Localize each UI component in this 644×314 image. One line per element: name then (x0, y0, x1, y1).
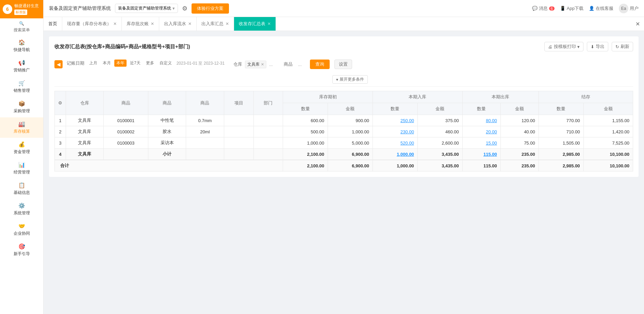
remove-warehouse-icon[interactable]: ✕ (261, 62, 264, 67)
user-label: 用户 (630, 5, 639, 12)
sidebar-item-guide[interactable]: 🎯 新手引导 (0, 240, 43, 260)
row-name: 中性笔 (148, 115, 186, 126)
col-out-header: 本期出库 (462, 91, 539, 103)
logo-icon: 6 (3, 4, 12, 14)
close-icon[interactable]: ✕ (151, 21, 154, 26)
app-title: 装备及固定资产辅助管理系统 (49, 5, 111, 12)
product-filter-label: 商品 (284, 61, 293, 67)
row-in-qty[interactable]: 1,000.00 (373, 149, 417, 160)
col-settings[interactable]: ⚙ (55, 91, 66, 115)
sidebar-item-inventory[interactable]: 🏭 库存核算 (0, 117, 43, 138)
sidebar-item-marketing[interactable]: 📢 营销推广 (0, 56, 43, 77)
warehouse-tag[interactable]: 文具库 ✕ (245, 61, 266, 68)
row-out-qty[interactable]: 20.00 (462, 126, 500, 137)
row-out-qty[interactable]: 80.00 (462, 115, 500, 126)
tab-collect-summary[interactable]: 收发存汇总表 ✕ (234, 17, 276, 31)
row-in-amt: 375.00 (417, 115, 462, 126)
date-btn-this-month[interactable]: 本月 (101, 60, 113, 67)
expand-icon: ▾ (336, 77, 338, 82)
tab-inout-flow[interactable]: 出入库流水 ✕ (159, 17, 197, 31)
search-icon: 🔍 (19, 21, 24, 26)
tab-home[interactable]: 首页 (44, 17, 62, 31)
close-icon[interactable]: ✕ (267, 21, 271, 26)
close-all-tabs-btn[interactable]: ✕ (631, 21, 644, 27)
online-service-btn[interactable]: 👤 在线客服 (589, 5, 613, 12)
sidebar-item-finance[interactable]: 💰 资金管理 (0, 138, 43, 158)
row-out-amt: 75.00 (500, 137, 539, 149)
header-actions: 🖨 按模板打印 ▾ ⬇ 导出 ↻ 刷新 (544, 42, 633, 51)
col-closing-qty-header: 数量 (539, 103, 583, 115)
tab-batch[interactable]: 库存批次账 ✕ (122, 17, 159, 31)
sidebar-item-search[interactable]: 🔍 搜索菜单 (0, 18, 43, 36)
query-btn[interactable]: 查询 (310, 60, 330, 69)
row-closing-qty: 770.00 (539, 115, 583, 126)
inventory-icon: 🏭 (18, 121, 25, 127)
tab-inout-summary[interactable]: 出入库汇总 ✕ (197, 17, 234, 31)
content-area: 收发存汇总表(按仓库+商品编码+商品+规格型号+项目+部门) 🖨 按模板打印 ▾… (44, 31, 644, 314)
user-menu[interactable]: Ea 用户 (619, 4, 639, 13)
row-opening-qty: 2,100.00 (283, 149, 328, 160)
row-opening-amt: 5,000.00 (328, 137, 373, 149)
date-btn-more[interactable]: 更多 (144, 60, 156, 67)
sidebar-item-system[interactable]: ⚙️ 系统管理 (0, 199, 43, 219)
total-label: 合计 (55, 160, 283, 171)
col-spec-header: 商品 (186, 91, 224, 115)
date-btn-last-month[interactable]: 上月 (87, 60, 99, 67)
message-btn[interactable]: 💬 消息 6 (532, 5, 555, 12)
date-btn-this-year[interactable]: 本年 (114, 60, 127, 67)
row-out-qty[interactable]: 115.00 (462, 149, 500, 160)
close-icon[interactable]: ✕ (226, 21, 229, 26)
experience-btn[interactable]: 体验行业方案 (192, 3, 229, 14)
row-in-qty[interactable]: 230.00 (373, 126, 417, 137)
sidebar-item-label: 基础信息 (14, 190, 30, 196)
row-closing-amt: 10,100.00 (583, 149, 633, 160)
total-in-amt: 3,435.00 (417, 160, 462, 171)
sidebar-item-label: 经营管理 (14, 169, 30, 175)
online-service-label: 在线客服 (596, 5, 613, 12)
row-out-qty[interactable]: 15.00 (462, 137, 500, 149)
col-in-amt-header: 金额 (417, 103, 462, 115)
sidebar-item-label: 库存核算 (14, 129, 30, 134)
print-btn[interactable]: 🖨 按模板打印 ▾ (544, 42, 583, 51)
refresh-btn[interactable]: ↻ 刷新 (612, 42, 633, 51)
date-btn-7days[interactable]: 近7天 (128, 60, 143, 67)
close-icon[interactable]: ✕ (113, 21, 117, 26)
col-opening-header: 库存期初 (283, 91, 373, 103)
filter-toggle-btn[interactable]: ◀ (54, 60, 63, 68)
sidebar-item-purchase[interactable]: 📦 采购管理 (0, 97, 43, 117)
sidebar-item-basic-info[interactable]: 📋 基础信息 (0, 179, 43, 199)
row-in-qty[interactable]: 520.00 (373, 137, 417, 149)
row-out-amt: 235.00 (500, 149, 539, 160)
row-closing-amt: 1,420.00 (583, 126, 633, 137)
system-selector[interactable]: 装备及固定资产辅助管理系统 ▾ (115, 4, 178, 13)
page-title: 收发存汇总表(按仓库+商品编码+商品+规格型号+项目+部门) (54, 44, 190, 50)
col-out-amt-header: 金额 (500, 103, 539, 115)
row-code (103, 149, 148, 160)
sidebar-item-enterprise[interactable]: 🤝 企业协同 (0, 219, 43, 240)
row-code: 0100001 (103, 115, 148, 126)
total-closing-qty: 2,985.00 (539, 160, 583, 171)
tab-inventory-dist[interactable]: 现存量（库存分布表） ✕ (62, 17, 122, 31)
topbar-right: 💬 消息 6 📱 App下载 👤 在线客服 Ea 用户 (532, 4, 639, 13)
product-more-btn[interactable]: ... (298, 62, 302, 67)
set-btn[interactable]: 设置 (334, 60, 352, 69)
logo-tag: 标准版 (14, 10, 27, 15)
row-in-qty[interactable]: 250.00 (373, 115, 417, 126)
close-icon[interactable]: ✕ (188, 21, 192, 26)
row-in-amt: 460.00 (417, 126, 462, 137)
date-btn-custom[interactable]: 自定义 (158, 60, 174, 67)
export-btn[interactable]: ⬇ 导出 (587, 42, 608, 51)
expand-conditions-btn[interactable]: ▾ 展开更多条件 (332, 75, 368, 84)
app-download-btn[interactable]: 📱 App下载 (560, 5, 583, 12)
row-warehouse: 文具库 (66, 126, 104, 137)
row-dept (253, 149, 283, 160)
sidebar-item-sales[interactable]: 🛒 销售管理 (0, 77, 43, 97)
sidebar-item-operation[interactable]: 📊 经营管理 (0, 158, 43, 179)
sidebar-item-label: 搜索菜单 (14, 27, 30, 33)
settings-icon[interactable]: ⚙ (182, 5, 187, 12)
sidebar-item-quick-nav[interactable]: 🏠 快捷导航 (0, 36, 43, 56)
col-in-header: 本期入库 (373, 91, 462, 103)
warehouse-more-btn[interactable]: ... (269, 62, 273, 67)
table-row: 1 文具库 0100001 中性笔 0.7mm 600.00 900.00 25… (55, 115, 633, 126)
home-icon: 🏠 (18, 39, 25, 46)
